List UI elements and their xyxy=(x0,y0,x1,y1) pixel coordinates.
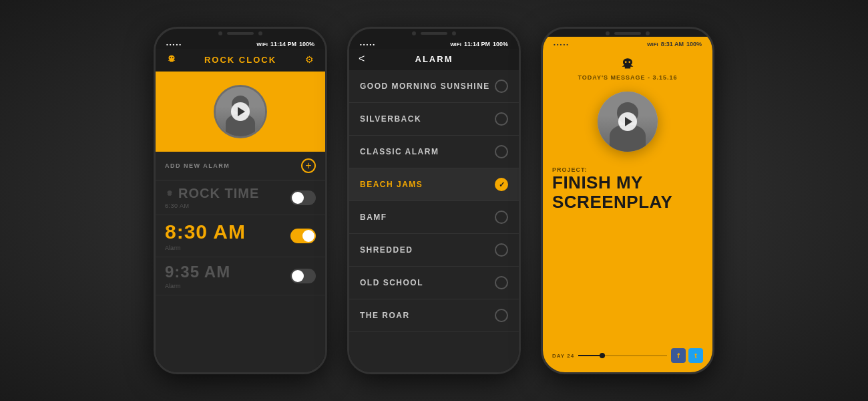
alarm-sound-name-active: BEACH JAMS xyxy=(360,180,423,189)
phone3-status-bar: ••••• WiFi 8:31 AM 100% xyxy=(543,37,712,49)
phone-1: ••••• WiFi 11:14 PM 100% ROCK CLOCK ⚙ xyxy=(154,27,327,374)
facebook-icon: f xyxy=(677,352,680,360)
alarm-toggle-935[interactable] xyxy=(290,269,316,283)
alarm-screen-title: ALARM xyxy=(415,54,453,64)
twitter-icon: t xyxy=(694,352,697,360)
facebook-button[interactable]: f xyxy=(671,348,686,363)
alarm-time-830: 8:30 AM xyxy=(165,221,246,243)
progress-bar xyxy=(578,355,667,356)
camera-dot-p3 xyxy=(606,31,610,35)
add-alarm-label: ADD NEW ALARM xyxy=(165,162,230,169)
alarm-screen-header: < ALARM xyxy=(349,49,519,70)
wifi-icon-p3: WiFi xyxy=(647,41,658,47)
alarm-sound-old-school[interactable]: OLD SCHOOL xyxy=(349,267,519,299)
status-right-p3: WiFi 8:31 AM 100% xyxy=(647,41,702,47)
add-alarm-button[interactable]: + xyxy=(301,158,316,173)
alarm-sound-beach-jams[interactable]: BEACH JAMS ✓ xyxy=(349,168,519,201)
alarm-sound-silverback[interactable]: SILVERBACK xyxy=(349,103,519,136)
alarm-name-rocktime: ROCK TIME xyxy=(165,186,259,201)
phone3-brand-header: TODAY'S MESSAGE - 3.15.16 xyxy=(552,55,703,86)
radio-button-3[interactable] xyxy=(495,145,508,158)
phone2-status-bar: ••••• WiFi 11:14 PM 100% xyxy=(349,37,519,49)
phone3-avatar-wrap xyxy=(552,92,703,158)
alarm-sound-bamf[interactable]: BAMF xyxy=(349,201,519,234)
phone1-status-bar: ••••• WiFi 11:14 PM 100% xyxy=(156,37,325,49)
alarm-sound-name-3: CLASSIC ALARM xyxy=(360,147,439,156)
progress-dot xyxy=(600,353,605,358)
avatar[interactable] xyxy=(214,85,267,138)
settings-button[interactable]: ⚙ xyxy=(302,53,316,66)
status-right: WiFi 11:14 PM 100% xyxy=(256,41,314,47)
toggle-knob-2 xyxy=(302,230,314,242)
back-button[interactable]: < xyxy=(359,53,365,65)
todays-message-label: TODAY'S MESSAGE - 3.15.16 xyxy=(578,74,677,81)
phone3-yellow-content: TODAY'S MESSAGE - 3.15.16 PROJECT: FINIS… xyxy=(543,49,712,372)
social-icons: f t xyxy=(671,348,703,363)
signal-dots: ••••• xyxy=(166,41,182,47)
rock-time-label: ROCK TIME xyxy=(178,186,259,201)
phone-2: ••••• WiFi 11:14 PM 100% < ALARM GOOD MO… xyxy=(347,27,521,374)
alarm-item-rocktime[interactable]: ROCK TIME 6:30 AM xyxy=(156,180,325,215)
speaker-bar-p2 xyxy=(421,32,447,35)
day-progress-row: DAY 24 f t xyxy=(552,348,703,363)
app-title: ROCK CLOCK xyxy=(178,55,302,65)
phone3-notch xyxy=(543,29,712,37)
radio-button-2[interactable] xyxy=(495,112,508,126)
svg-point-1 xyxy=(172,57,174,58)
alarm-label-935: Alarm xyxy=(165,283,230,289)
camera-dot-p3-2 xyxy=(646,31,650,35)
signal-dots-p3: ••••• xyxy=(554,41,570,47)
alarm-sound-the-roar[interactable]: THE ROAR xyxy=(349,299,519,332)
alarm-list-section: ADD NEW ALARM + ROCK TIME 6:30 AM xyxy=(156,152,325,372)
alarm-time-935: 9:35 AM xyxy=(165,263,230,281)
add-alarm-row: ADD NEW ALARM + xyxy=(156,152,325,180)
status-right-p2: WiFi 11:14 PM 100% xyxy=(450,41,508,47)
radio-button[interactable] xyxy=(495,80,508,93)
speaker-bar-p3 xyxy=(614,32,641,35)
radio-button-active[interactable]: ✓ xyxy=(495,178,508,191)
alarm-item-left-3: 9:35 AM Alarm xyxy=(165,263,230,289)
alarm-toggle-830[interactable] xyxy=(290,229,316,243)
alarm-sounds-list: GOOD MORNING SUNSHINE SILVERBACK CLASSIC… xyxy=(349,70,519,372)
hero-section xyxy=(156,72,325,152)
plus-icon: + xyxy=(305,160,311,171)
battery-label-p2: 100% xyxy=(493,41,508,47)
alarm-sound-name-5: BAMF xyxy=(360,213,387,222)
radio-button-7[interactable] xyxy=(495,276,508,289)
signal-dots-p2: ••••• xyxy=(360,41,376,47)
toggle-knob xyxy=(292,192,304,204)
phone1-header: ROCK CLOCK ⚙ xyxy=(156,49,325,72)
battery-label-p3: 100% xyxy=(686,41,702,47)
alarm-sound-good-morning[interactable]: GOOD MORNING SUNSHINE xyxy=(349,70,519,103)
alarm-sound-name-2: SILVERBACK xyxy=(360,114,421,124)
alarm-sound-name-7: OLD SCHOOL xyxy=(360,278,423,287)
time-display: 11:14 PM xyxy=(270,41,296,47)
radio-button-8[interactable] xyxy=(495,309,508,322)
play-button[interactable] xyxy=(231,102,250,121)
svg-point-2 xyxy=(625,61,627,63)
alarm-sound-shredded[interactable]: SHREDDED xyxy=(349,234,519,267)
alarm-item-left: ROCK TIME 6:30 AM xyxy=(165,186,259,209)
play-button-p3[interactable] xyxy=(618,112,637,131)
twitter-button[interactable]: t xyxy=(688,348,703,363)
rocktime-toggle[interactable] xyxy=(290,190,316,205)
alarm-sound-classic[interactable]: CLASSIC ALARM xyxy=(349,136,519,168)
time-display-p2: 11:14 PM xyxy=(464,41,490,47)
bull-icon xyxy=(165,53,178,66)
speaker-bar xyxy=(227,32,254,35)
wifi-icon-p2: WiFi xyxy=(450,41,461,47)
day-label: DAY 24 xyxy=(552,353,574,359)
alarm-item-830[interactable]: 8:30 AM Alarm xyxy=(156,215,325,257)
radio-button-6[interactable] xyxy=(495,243,508,257)
check-icon: ✓ xyxy=(499,180,505,189)
project-title: FINISH MYSCREENPLAY xyxy=(552,173,703,211)
gear-icon: ⚙ xyxy=(305,54,314,65)
alarm-item-935[interactable]: 9:35 AM Alarm xyxy=(156,257,325,295)
time-display-p3: 8:31 AM xyxy=(661,41,684,47)
bull-icon-p3 xyxy=(618,55,637,74)
svg-point-0 xyxy=(170,57,171,58)
phone3-avatar[interactable] xyxy=(598,92,658,152)
rocktime-sub: 6:30 AM xyxy=(165,203,259,209)
radio-button-5[interactable] xyxy=(495,211,508,224)
project-section: PROJECT: FINISH MYSCREENPLAY xyxy=(552,166,703,343)
